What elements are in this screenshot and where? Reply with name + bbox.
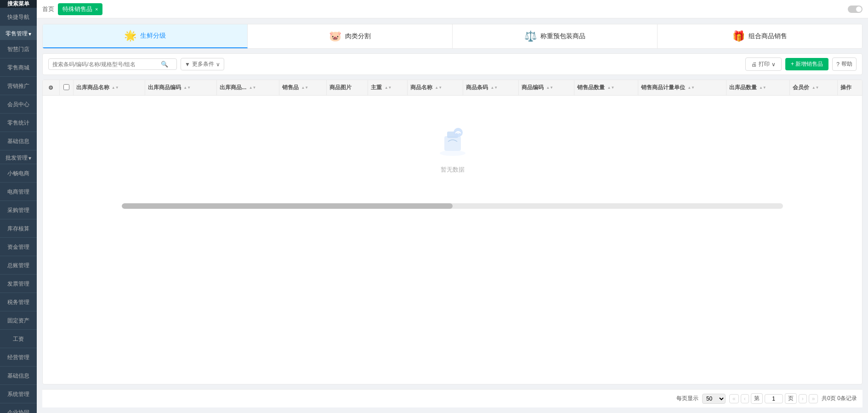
toolbar: 🔍 ▼ 更多条件 ∨ 🖨 打印 ∨ + 新增销售品 ? 帮助: [42, 53, 862, 75]
tab-meat-label: 肉类分割: [345, 32, 371, 40]
tab-fresh[interactable]: 🌟 生鲜分级: [43, 24, 248, 48]
empty-text: 暂无数据: [441, 166, 465, 174]
sort-arrows-out-qty[interactable]: ▲▼: [759, 86, 766, 90]
active-tab[interactable]: 特殊销售品 ×: [58, 3, 102, 15]
page-input[interactable]: [765, 394, 783, 403]
col-settings[interactable]: ⚙: [43, 80, 59, 96]
h-scroll-bar[interactable]: [43, 201, 862, 211]
sidebar-item-fixed-assets[interactable]: 固定资产: [0, 311, 37, 330]
print-button[interactable]: 🖨 打印 ∨: [745, 57, 782, 71]
sidebar-item-smart-store[interactable]: 智慧门店: [0, 40, 37, 58]
filter-button[interactable]: ▼ 更多条件 ∨: [181, 58, 224, 70]
pagination: 每页显示 50 10 20 100 « ‹ 第 页 › » 共0页 0条记录: [42, 389, 862, 407]
col-out-code: 出库商品编码 ▲▼: [145, 80, 216, 96]
fresh-icon: 🌟: [124, 30, 136, 42]
sidebar-item-marketing[interactable]: 营销推广: [0, 77, 37, 95]
sidebar-item-member[interactable]: 会员中心: [0, 95, 37, 114]
category-tabs: 🌟 生鲜分级 🐷 肉类分割 ⚖️ 称重预包装商品 🎁 组合商品销售: [42, 24, 862, 49]
sidebar-item-operations[interactable]: 经营管理: [0, 348, 37, 367]
page-label: 第: [751, 393, 763, 404]
data-table: ⚙ 出库商品名称 ▲▼ 出库商品编码 ▲▼ 出库: [43, 80, 862, 201]
col-out-code-label: 出库商品编码: [148, 84, 181, 91]
empty-illustration: [434, 123, 471, 160]
help-icon: ?: [836, 61, 840, 68]
sort-arrows-barcode[interactable]: ▲▼: [490, 86, 498, 90]
first-page-button[interactable]: «: [729, 394, 739, 403]
page-navigation: « ‹ 第 页 › »: [729, 393, 818, 404]
sidebar-item-retail-stats[interactable]: 零售统计: [0, 114, 37, 132]
sidebar-item-system[interactable]: 系统管理: [0, 385, 37, 403]
sort-arrows-sale-unit[interactable]: ▲▼: [687, 86, 695, 90]
topbar-right: [848, 6, 862, 13]
search-input[interactable]: [52, 61, 158, 68]
sort-arrows-member-price[interactable]: ▲▼: [812, 86, 819, 90]
tab-weight[interactable]: ⚖️ 称重预包装商品: [453, 24, 658, 48]
col-sale-qty: 销售品数量 ▲▼: [574, 80, 638, 96]
print-dropdown-icon: ∨: [772, 61, 776, 68]
sidebar-item-retail[interactable]: 零售管理 ▾: [0, 26, 37, 40]
search-box[interactable]: 🔍: [48, 58, 177, 70]
filter-icon: ▼: [185, 61, 190, 68]
tab-fresh-label: 生鲜分级: [140, 32, 166, 40]
sidebar-item-inventory[interactable]: 库存核算: [0, 219, 37, 238]
sidebar-item-ledger[interactable]: 总账管理: [0, 256, 37, 275]
svg-point-4: [457, 131, 460, 134]
meat-icon: 🐷: [329, 30, 341, 42]
help-button[interactable]: ? 帮助: [832, 57, 857, 71]
search-icon[interactable]: 🔍: [161, 61, 168, 68]
col-checkbox[interactable]: [59, 80, 73, 96]
sidebar-item-ecommerce-small[interactable]: 小畅电商: [0, 164, 37, 183]
sidebar-item-ecommerce-mgmt[interactable]: 电商管理: [0, 183, 37, 201]
sort-arrows-weight[interactable]: ▲▼: [385, 86, 392, 90]
tab-combo[interactable]: 🎁 组合商品销售: [658, 24, 862, 48]
sidebar: 搜索菜单 快捷导航 零售管理 ▾ 智慧门店 零售商城 营销推广 会员中心 零售统…: [0, 0, 37, 413]
tab-meat[interactable]: 🐷 肉类分割: [248, 24, 453, 48]
page-suffix: 页: [785, 393, 797, 404]
sort-arrows-sku[interactable]: ▲▼: [546, 86, 553, 90]
col-action: 操作: [837, 80, 862, 96]
prev-page-button[interactable]: ‹: [741, 394, 749, 403]
sidebar-item-capital[interactable]: 资金管理: [0, 238, 37, 256]
sidebar-item-quick-nav[interactable]: 快捷导航: [0, 8, 37, 26]
combo-icon: 🎁: [732, 30, 745, 42]
sort-arrows-sale-item[interactable]: ▲▼: [301, 86, 308, 90]
sidebar-item-basic-info-2[interactable]: 基础信息: [0, 367, 37, 385]
col-sale-item-label: 销售品: [282, 84, 299, 91]
per-page-select[interactable]: 50 10 20 100: [702, 394, 726, 404]
select-all-checkbox[interactable]: [63, 84, 69, 90]
sort-arrows-sale-qty[interactable]: ▲▼: [607, 86, 614, 90]
new-sale-button[interactable]: + 新增销售品: [785, 58, 828, 70]
toolbar-right: 🖨 打印 ∨ + 新增销售品 ? 帮助: [745, 57, 857, 71]
home-breadcrumb[interactable]: 首页: [42, 5, 54, 13]
print-icon: 🖨: [751, 61, 757, 68]
sidebar-item-retail-mall[interactable]: 零售商城: [0, 58, 37, 77]
sidebar-item-purchase[interactable]: 采购管理: [0, 201, 37, 219]
filter-label: 更多条件: [192, 60, 214, 68]
per-page-label: 每页显示: [676, 395, 698, 402]
next-page-button[interactable]: ›: [799, 394, 807, 403]
active-tab-label: 特殊销售品: [62, 5, 92, 13]
sidebar-item-wholesale[interactable]: 批发管理 ▾: [0, 150, 37, 164]
filter-arrow-icon: ∨: [216, 61, 220, 68]
tab-weight-label: 称重预包装商品: [540, 32, 585, 40]
col-barcode: 商品条码 ▲▼: [463, 80, 519, 96]
toggle-switch[interactable]: [848, 6, 862, 13]
col-img: 商品图片: [327, 80, 368, 96]
sidebar-item-salary[interactable]: 工资: [0, 330, 37, 348]
sidebar-item-invoice[interactable]: 发票管理: [0, 275, 37, 293]
content-area: 🌟 生鲜分级 🐷 肉类分割 ⚖️ 称重预包装商品 🎁 组合商品销售 🔍: [37, 18, 868, 413]
sidebar-logo[interactable]: 搜索菜单: [0, 0, 37, 8]
sidebar-item-enterprise[interactable]: 企业协同: [0, 403, 37, 413]
sort-arrows-out-code[interactable]: ▲▼: [183, 86, 191, 90]
sort-arrows-out-name[interactable]: ▲▼: [112, 86, 119, 90]
close-tab-icon[interactable]: ×: [95, 6, 98, 12]
weight-icon: ⚖️: [524, 30, 537, 42]
col-out-qty: 出库品数量 ▲▼: [726, 80, 790, 96]
sidebar-item-basic-info-1[interactable]: 基础信息: [0, 132, 37, 150]
svg-point-0: [440, 150, 465, 156]
last-page-button[interactable]: »: [809, 394, 818, 403]
sort-arrows-out-item[interactable]: ▲▼: [249, 86, 256, 90]
sort-arrows-name[interactable]: ▲▼: [435, 86, 442, 90]
sidebar-item-tax[interactable]: 税务管理: [0, 293, 37, 311]
tab-combo-label: 组合商品销售: [749, 32, 787, 40]
